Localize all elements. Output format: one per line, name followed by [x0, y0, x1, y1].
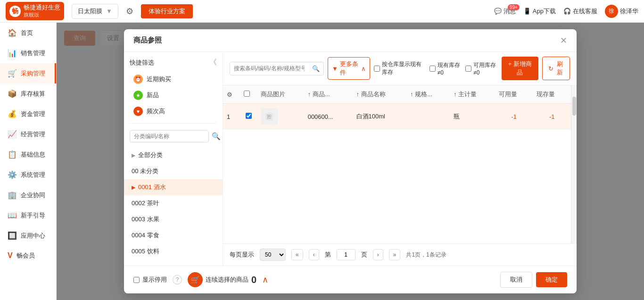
quick-items-list: ⏰ 近期购买 ★ 新品 ♥ 频次高	[124, 71, 223, 119]
available-stock-checkbox[interactable]: 现有库存≠0	[429, 61, 462, 76]
cart-area: 🛒 连续选择的商品 0	[188, 272, 256, 287]
branch-selector[interactable]: 日太阳膜 ▼	[72, 4, 118, 19]
scroll-track[interactable]	[572, 97, 576, 232]
table-row[interactable]: 1 图	[223, 104, 571, 130]
sidebar-item-apps[interactable]: 🔲 应用中心	[0, 225, 56, 246]
classify-search-icon[interactable]: 🔍	[212, 132, 221, 141]
help-icon[interactable]: ?	[173, 275, 182, 284]
first-page-button[interactable]: «	[291, 249, 303, 260]
quick-item-frequent[interactable]: ♥ 频次高	[130, 103, 217, 119]
quick-item-new[interactable]: ★ 新品	[130, 87, 217, 103]
guide-icon: 📖	[8, 211, 17, 220]
settings-icon[interactable]: ⚙	[122, 4, 137, 19]
category-0001[interactable]: ▶ 0001 酒水	[124, 179, 223, 195]
modal-overlay: 商品参照 ✕ 快捷筛选 《 ⏰ 近期购买	[57, 23, 644, 300]
last-page-button[interactable]: »	[389, 249, 401, 260]
cart-icon[interactable]: 🛒	[188, 272, 203, 287]
trial-button[interactable]: 体验行业方案	[141, 4, 193, 18]
divider	[130, 123, 217, 124]
row-select-checkbox[interactable]	[246, 113, 252, 119]
scroll-thumb[interactable]	[572, 97, 576, 116]
filter-icon: ▼	[332, 65, 338, 72]
modal-body: 快捷筛选 《 ⏰ 近期购买 ★ 新品	[124, 52, 577, 266]
add-product-button[interactable]: + 新增商品	[502, 57, 539, 80]
sidebar-item-finance[interactable]: 💰 资金管理	[0, 104, 56, 124]
category-00[interactable]: 00 未分类	[124, 163, 223, 179]
modal-bottom-bar: 显示停用 ? 🛒 连续选择的商品 0 ∧ 取消 确定	[124, 266, 577, 293]
prev-page-button[interactable]: ‹	[309, 249, 319, 260]
sidebar-item-member[interactable]: V 畅会员	[0, 246, 56, 266]
user-profile[interactable]: 徐 徐泽华	[605, 5, 638, 18]
product-search-icon[interactable]: 🔍	[308, 62, 323, 75]
sidebar-item-sales[interactable]: 📊 销售管理	[0, 43, 56, 63]
usable-stock-checkbox[interactable]: 可用库存≠0	[465, 61, 497, 76]
confirm-button[interactable]: 确定	[536, 272, 567, 287]
new-icon: ★	[133, 91, 143, 100]
product-search-input[interactable]	[230, 62, 308, 75]
modal-left-top: 快捷筛选 《	[124, 58, 223, 71]
sidebar-item-system[interactable]: ⚙️ 系统管理	[0, 165, 56, 185]
message-icon: 💬	[494, 8, 502, 15]
category-0008[interactable]: 0008 水	[124, 259, 223, 260]
sidebar-item-inventory[interactable]: 📦 库存核算	[0, 83, 56, 104]
table-scrollbar[interactable]	[571, 85, 577, 243]
col-spec[interactable]: ↑ 规格...	[406, 85, 450, 104]
main-layout: 🏠 首页 📊 销售管理 🛒 采购管理 📦 库存核算 💰 资金管理 📈 经营管理 …	[0, 23, 644, 300]
system-icon: ⚙️	[8, 170, 17, 179]
product-table-wrap[interactable]: ⚙ 商品图片 ↑ 商品...	[223, 85, 571, 243]
sidebar-item-purchase[interactable]: 🛒 采购管理	[0, 63, 56, 83]
logo[interactable]: 畅 畅捷通好生意 旗舰版	[6, 2, 64, 20]
content-area: 查询 设置 ↻ 刷新 商品参照 ✕ 快捷筛选	[57, 23, 644, 300]
warehouse-display-checkbox[interactable]: 按仓库显示现有库存	[374, 60, 425, 76]
cancel-button[interactable]: 取消	[500, 272, 532, 288]
page-number-input[interactable]	[337, 249, 355, 260]
col-usable: 可用量	[495, 85, 533, 104]
row-stock: -1	[533, 104, 571, 130]
show-disabled-checkbox[interactable]	[133, 277, 140, 283]
sidebar-item-operations[interactable]: 📈 经营管理	[0, 124, 56, 144]
page-size-select[interactable]: 10 20 50 100	[260, 249, 286, 261]
sidebar-item-enterprise[interactable]: 🏢 企业协同	[0, 185, 56, 205]
row-checkbox[interactable]	[240, 104, 257, 130]
sidebar-item-home[interactable]: 🏠 首页	[0, 23, 56, 43]
app-download-button[interactable]: 📱 App下载	[523, 7, 556, 16]
collapse-panel-button[interactable]: 《	[209, 58, 217, 67]
col-code[interactable]: ↑ 商品...	[304, 85, 353, 104]
basic-icon: 📋	[8, 150, 17, 159]
more-filter-button[interactable]: ▼ 更多条件 ∧	[328, 57, 370, 80]
modal-header: 商品参照 ✕	[124, 29, 577, 52]
category-0005[interactable]: 0005 饮料	[124, 243, 223, 259]
warehouse-checkbox-input[interactable]	[374, 66, 380, 72]
sidebar-item-basic[interactable]: 📋 基础信息	[0, 144, 56, 165]
online-support-button[interactable]: 🎧 在线客服	[563, 7, 597, 16]
usable-checkbox-input[interactable]	[465, 66, 471, 72]
classify-search-area: 🔍	[124, 127, 223, 145]
member-icon: V	[8, 251, 13, 260]
classify-search-input[interactable]	[130, 130, 209, 142]
category-0004[interactable]: 0004 零食	[124, 227, 223, 243]
col-name[interactable]: ↑ 商品名称	[353, 85, 406, 104]
row-usable: -1	[495, 104, 533, 130]
cat-arrow-all: ▶	[132, 152, 135, 158]
messages-button[interactable]: 💬 消息 99+	[494, 7, 516, 16]
modal-bottom-actions: 取消 确定	[500, 272, 567, 288]
bottom-collapse-arrow[interactable]: ∧	[262, 275, 268, 285]
next-page-button[interactable]: ›	[373, 249, 383, 260]
row-unit: 瓶	[450, 104, 495, 130]
selector-arrow-icon: ▼	[106, 8, 112, 15]
col-unit[interactable]: ↑ 主计量	[450, 85, 495, 104]
filter-up-arrow-icon: ∧	[361, 65, 366, 72]
category-0003[interactable]: 0003 水果	[124, 211, 223, 227]
col-gear[interactable]: ⚙	[223, 85, 240, 104]
select-all-checkbox[interactable]	[244, 91, 250, 97]
available-checkbox-input[interactable]	[429, 66, 436, 72]
product-reference-modal: 商品参照 ✕ 快捷筛选 《 ⏰ 近期购买	[124, 29, 577, 293]
row-name: 白酒100ml	[353, 104, 406, 130]
category-all[interactable]: ▶ 全部分类	[124, 147, 223, 163]
modal-right-panel: 🔍 ▼ 更多条件 ∧ 按仓库显示现有库存	[223, 52, 577, 266]
quick-item-recent[interactable]: ⏰ 近期购买	[130, 71, 217, 87]
sidebar-item-guide[interactable]: 📖 新手引导	[0, 205, 56, 225]
refresh-button[interactable]: ↻ 刷新	[542, 57, 570, 80]
modal-close-button[interactable]: ✕	[560, 36, 567, 45]
category-0002[interactable]: 0002 茶叶	[124, 195, 223, 211]
